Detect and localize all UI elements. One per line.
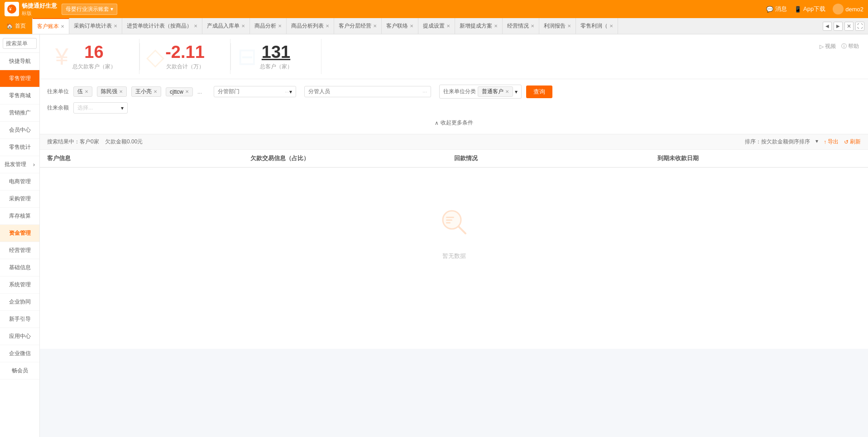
col-debt-info: 欠款交易信息（占比）	[250, 154, 454, 162]
tab-purchase-order[interactable]: 采购订单统计表 ✕	[69, 18, 122, 34]
filter-area: 往来单位 伍 ✕ 陈民强 ✕ 王小亮 ✕	[40, 79, 868, 134]
sidebar-item-app-center[interactable]: 应用中心	[0, 328, 39, 345]
stat-bg-icon-3: ⊟	[237, 43, 257, 70]
sidebar-item-finance[interactable]: 资金管理	[0, 225, 39, 242]
app-download-button[interactable]: 📱 App下载	[794, 5, 825, 13]
sidebar-item-ecommerce[interactable]: 电商管理	[0, 173, 39, 190]
tab-close-all-button[interactable]: ✕	[844, 22, 854, 31]
sidebar-item-operation-mgt[interactable]: 经营管理	[0, 242, 39, 259]
sidebar-item-purchase[interactable]: 采购管理	[0, 190, 39, 208]
sidebar-search-area	[0, 34, 39, 53]
category-select[interactable]: 往来单位分类 普通客户 ✕ ▾	[439, 85, 522, 99]
sidebar-item-enterprise-coop[interactable]: 企业协同	[0, 294, 39, 311]
empty-state: 暂无数据	[40, 168, 868, 296]
sort-arrow-icon[interactable]: ▾	[815, 138, 818, 146]
person-select[interactable]: 分管人员 ···	[304, 86, 431, 97]
tab-close-operation[interactable]: ✕	[531, 24, 534, 28]
help-button[interactable]: ⓘ 帮助	[841, 43, 859, 50]
company-selector[interactable]: 母婴行业演示账套 ▾	[62, 4, 117, 15]
tab-prev-button[interactable]: ◀	[823, 22, 832, 31]
remove-tag-2[interactable]: ✕	[119, 89, 123, 94]
main-area: 快捷导航 零售管理 零售商城 营销推广 会员中心 零售统计 批发管理 › 电	[0, 34, 868, 437]
svg-rect-4	[446, 217, 454, 218]
query-button[interactable]: 查询	[526, 86, 552, 98]
sidebar-item-enterprise-wechat[interactable]: 企业微信	[0, 345, 39, 362]
stat-total-customers2: ⊟ 131 总客户（家）	[231, 39, 321, 74]
sidebar-item-inventory[interactable]: 库存核算	[0, 208, 39, 225]
logo: ¥ 畅捷通好生意 标版	[5, 2, 57, 17]
balance-arrow-icon: ▾	[121, 105, 124, 111]
sidebar-item-quick-nav[interactable]: 快捷导航	[0, 53, 39, 70]
remove-tag-3[interactable]: ✕	[153, 89, 157, 94]
tab-close-goods-analysis[interactable]: ✕	[278, 24, 282, 28]
svg-rect-6	[446, 222, 451, 223]
tab-close-retail-profit[interactable]: ✕	[609, 24, 613, 28]
filter-row-1: 往来单位 伍 ✕ 陈民强 ✕ 王小亮 ✕	[47, 85, 861, 99]
col-due-date: 到期未收款日期	[657, 154, 861, 162]
user-avatar[interactable]: demo2	[833, 4, 863, 14]
export-button[interactable]: ↑ 导出	[824, 138, 839, 146]
sidebar-item-new-guide[interactable]: 新手引导	[0, 311, 39, 328]
tab-close-customer-contact[interactable]: ✕	[410, 24, 413, 28]
tab-customer-contact[interactable]: 客户联络 ✕	[382, 18, 418, 34]
refresh-icon: ↺	[844, 139, 849, 145]
remove-tag-1[interactable]: ✕	[85, 89, 88, 94]
message-button[interactable]: 💬 消息	[766, 5, 787, 13]
col-repayment: 回款情况	[454, 154, 657, 162]
collapse-filter-button[interactable]: ∧ 收起更多条件	[47, 117, 861, 128]
tab-close-new-improve[interactable]: ✕	[494, 24, 498, 28]
tab-close-product-in[interactable]: ✕	[241, 24, 245, 28]
tab-close-profit-report[interactable]: ✕	[567, 24, 571, 28]
sidebar-item-vip-member[interactable]: 畅会员	[0, 362, 39, 380]
tab-fullscreen-button[interactable]: ⛶	[855, 22, 864, 31]
tab-close-customer-account[interactable]: ✕	[61, 24, 64, 29]
tab-product-in[interactable]: 产成品入库单 ✕	[202, 18, 250, 34]
tab-purchase-stats[interactable]: 进货单统计计表（按商品） ✕	[122, 18, 202, 34]
sort-label: 排序：按欠款金额倒序排序	[745, 138, 810, 146]
filter-tag-unit: 伍 ✕	[73, 86, 92, 97]
tab-retail-profit[interactable]: 零售利润（ ✕	[576, 18, 618, 34]
remove-tag-4[interactable]: ✕	[185, 89, 189, 94]
filter-more-tags[interactable]: ...	[197, 89, 202, 95]
tab-new-improve[interactable]: 新增提成方案 ✕	[455, 18, 503, 34]
dept-select[interactable]: 分管部门 ··· ▾	[214, 86, 296, 97]
sidebar-item-marketing[interactable]: 营销推广	[0, 104, 39, 122]
help-buttons: ▷ 视频 ⓘ 帮助	[820, 39, 859, 50]
sidebar-item-system-mgt[interactable]: 系统管理	[0, 276, 39, 294]
tab-home[interactable]: 🏠 首页	[0, 18, 33, 34]
tab-customer-segment[interactable]: 客户分层经营 ✕	[334, 18, 382, 34]
tab-goods-analysis[interactable]: 商品分析 ✕	[250, 18, 287, 34]
balance-select[interactable]: 选择... ▾	[73, 102, 128, 114]
tab-customer-account[interactable]: 客户账本 ✕	[33, 18, 69, 34]
refresh-button[interactable]: ↺ 刷新	[844, 138, 861, 146]
results-bar: 搜索结果中：客户0家 欠款金额0.00元 排序：按欠款金额倒序排序 ▾ ↑ 导出…	[40, 134, 868, 150]
svg-point-0	[7, 5, 16, 14]
sidebar-item-wholesale[interactable]: 批发管理 ›	[0, 156, 39, 173]
tab-close-customer-segment[interactable]: ✕	[373, 24, 377, 28]
export-icon: ↑	[824, 139, 826, 145]
tab-close-purchase-stats[interactable]: ✕	[194, 24, 197, 28]
stat-label-total: 总客户（家）	[260, 63, 293, 71]
search-input[interactable]	[3, 38, 37, 49]
stat-value-customers: 16	[84, 43, 103, 62]
sidebar-item-retail-store[interactable]: 零售商城	[0, 87, 39, 104]
tab-improve-settings[interactable]: 提成设置 ✕	[418, 18, 455, 34]
stat-label-customers: 总欠款客户（家）	[72, 63, 116, 71]
tab-close-improve-settings[interactable]: ✕	[446, 24, 450, 28]
tab-goods-analysis-list[interactable]: 商品分析列表 ✕	[287, 18, 334, 34]
video-button[interactable]: ▷ 视频	[820, 43, 836, 50]
tab-close-goods-analysis-list[interactable]: ✕	[326, 24, 329, 28]
remove-category-tag[interactable]: ✕	[505, 89, 509, 94]
message-icon: 💬	[766, 6, 773, 13]
tab-close-purchase-order[interactable]: ✕	[114, 24, 117, 28]
stat-label-debt: 欠款合计（万）	[166, 63, 204, 71]
logo-text: 畅捷通好生意	[22, 2, 57, 10]
sidebar-item-basic-info[interactable]: 基础信息	[0, 259, 39, 276]
sidebar-item-member-center[interactable]: 会员中心	[0, 122, 39, 139]
sidebar-item-retail-stats[interactable]: 零售统计	[0, 139, 39, 156]
sidebar-item-retail-management[interactable]: 零售管理	[0, 70, 39, 87]
tab-next-button[interactable]: ▶	[834, 22, 843, 31]
help-circle-icon: ⓘ	[841, 43, 847, 50]
tab-profit-report[interactable]: 利润报告 ✕	[539, 18, 576, 34]
tab-operation[interactable]: 经营情况 ✕	[503, 18, 539, 34]
